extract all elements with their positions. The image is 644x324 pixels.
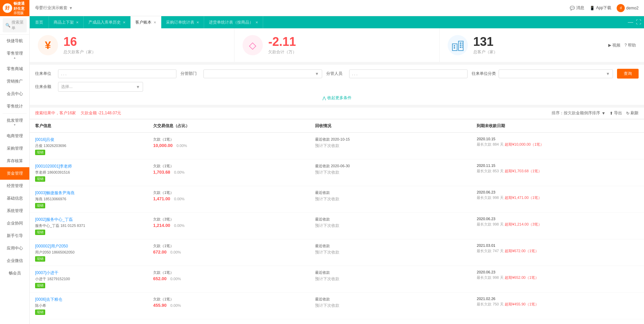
tab-goods-status-close[interactable]: ✕ — [76, 21, 79, 24]
sidebar-item-enterprise-wechat[interactable]: 企业微信 — [0, 255, 29, 267]
search-input[interactable]: 🔍 搜索菜单 — [3, 18, 27, 32]
debt-amount: 1,471.00 — [153, 196, 170, 201]
tab-product-history-label: 产成品入库单历史 — [88, 20, 121, 25]
tab-product-history[interactable]: 产成品入库单历史 ✕ — [84, 16, 131, 28]
help-btn[interactable]: ? 帮助 — [624, 42, 636, 48]
dept-select[interactable]: ▼ — [203, 69, 322, 78]
unit-category-select[interactable]: ▼ — [499, 69, 613, 78]
customer-tag: 现销 — [35, 203, 45, 208]
sidebar-item-members[interactable]: 会员中心 — [0, 88, 29, 100]
sidebar-item-quick-nav[interactable]: 快捷导航 — [0, 35, 29, 47]
debt-percent: 0.00% — [174, 197, 185, 201]
filter-balance: 往来余额 选择... ▼ — [35, 82, 143, 92]
tab-purchase-order[interactable]: 采购订单统计表 ✕ — [161, 16, 204, 28]
customer-name-link[interactable]: [000002]用户2050 — [35, 243, 153, 249]
customer-name-link[interactable]: [0007]小进干 — [35, 270, 153, 276]
sidebar-item-finance[interactable]: 资金管理 — [0, 167, 29, 180]
due-date-cell: 2020.11.15 最长欠款 853 天 超期¥1,703.68（1笔） — [477, 164, 639, 174]
overdue-amount-link[interactable]: 超期¥652.00（1笔） — [505, 275, 539, 279]
sidebar-item-new-guide[interactable]: 新手引导 — [0, 230, 29, 242]
customer-phone: 服务中心_丁磊 181 0125 8371 — [35, 223, 153, 228]
sidebar: 好 畅捷通好生意 示范版 🔍 搜索菜单 快捷导航 零售管理 ▲ 零售商城 营销推… — [0, 0, 30, 324]
overdue-amount-link[interactable]: 超期¥672.00（1笔） — [505, 249, 539, 253]
customer-name-link[interactable]: [0006]去下粮仓 — [35, 297, 153, 302]
overdue-days: 最长欠款 998 天 — [477, 275, 503, 279]
customer-name-link[interactable]: [0003]畅捷服务尹海燕 — [35, 190, 153, 196]
overdue-amount-link[interactable]: 超期¥10,000.00（1笔） — [505, 142, 544, 146]
tab-home[interactable]: 首页 — [30, 16, 49, 28]
manager-input[interactable]: ... — [349, 69, 468, 78]
sidebar-item-label: 营销推广 — [7, 79, 23, 84]
collapse-filter-btn[interactable]: ⋀ 收起更多条件 — [35, 95, 639, 101]
app-download-btn[interactable]: 📱 App下载 — [590, 5, 611, 11]
sidebar-item-inventory[interactable]: 库存核算 — [0, 155, 29, 167]
sidebar-search-area[interactable]: 🔍 搜索菜单 — [0, 16, 29, 35]
svg-rect-7 — [462, 42, 463, 44]
video-btn[interactable]: ▶ 视频 — [608, 42, 620, 48]
sidebar-item-ecommerce[interactable]: 电商管理 — [0, 130, 29, 142]
result-summary-prefix: 搜索结果中，客户16家 — [35, 111, 76, 115]
sidebar-item-operations[interactable]: 经营管理 — [0, 180, 29, 192]
stat-overdue-content: 16 总欠款客户（家） — [63, 36, 96, 55]
due-date: 2020.06.23 — [477, 217, 639, 221]
next-collection: 预计下次收款 — [315, 276, 477, 282]
sidebar-item-retail-mgmt[interactable]: 零售管理 ▲ — [0, 47, 29, 63]
tab-purchase-order-close[interactable]: ✕ — [196, 21, 199, 24]
table-row: [000002]用户2050 用户2050 18665062050 现销 欠款（… — [30, 239, 644, 266]
overdue-amount-link[interactable]: 超期¥455.90（1笔） — [505, 302, 539, 306]
sidebar-item-label: 畅会员 — [9, 271, 21, 275]
overdue-days: 最长欠款 853 天 — [477, 169, 503, 173]
source-unit-input[interactable]: ... — [58, 69, 176, 78]
debt-percent: 0.00% — [176, 144, 187, 148]
refresh-btn[interactable]: ↻ 刷新 — [626, 110, 639, 116]
sidebar-item-system[interactable]: 系统管理 — [0, 205, 29, 217]
overdue-amount-link[interactable]: 超期¥1,703.68（1笔） — [505, 169, 542, 173]
due-date: 2020.06.23 — [477, 270, 639, 274]
export-btn[interactable]: ⬆ 导出 — [610, 110, 622, 116]
last-collection: 最近收款 — [315, 190, 477, 195]
sidebar-item-wholesale-mgmt[interactable]: 批发管理 ▼ — [0, 114, 29, 130]
tab-purchase-stats[interactable]: 进货单统计表（按商品） ✕ — [204, 16, 263, 28]
svg-rect-6 — [460, 47, 461, 48]
result-summary: 搜索结果中，客户16家 欠款金额 -21,148.07元 — [35, 110, 121, 116]
tab-minimize-btn[interactable]: — — [628, 19, 633, 25]
table-row: [0002]服务中心_丁磊 服务中心_丁磊 181 0125 8371 现销 欠… — [30, 213, 644, 239]
debt-info-cell: 欠款（1笔） 652.00 0.00% — [153, 270, 315, 281]
debt-amount: 1,703.68 — [153, 170, 170, 175]
customer-name-link[interactable]: [0002]服务中心_丁磊 — [35, 217, 153, 223]
sidebar-item-marketing[interactable]: 营销推广 — [0, 75, 29, 88]
customer-name-link[interactable]: [0001020001]李老师 — [35, 164, 153, 169]
chevron-down-balance: ▼ — [136, 85, 140, 89]
balance-value: 选择... — [61, 84, 73, 90]
tab-customer-account-close[interactable]: ✕ — [153, 21, 156, 24]
sidebar-item-retail-mall[interactable]: 零售商城 — [0, 63, 29, 75]
tab-product-history-close[interactable]: ✕ — [123, 21, 125, 24]
user-avatar-btn[interactable]: d demo2 — [617, 4, 639, 12]
tab-goods-status[interactable]: 商品上下架 ✕ — [49, 16, 84, 28]
balance-select[interactable]: 选择... ▼ — [58, 82, 143, 92]
sidebar-item-label: 会员中心 — [7, 91, 23, 96]
tab-maximize-btn[interactable]: ⛶ — [636, 19, 641, 25]
header-customer-info: 客户信息 — [35, 123, 153, 129]
balance-label: 往来余额 — [35, 84, 55, 90]
debt-percent: 0.00% — [170, 250, 181, 254]
debt-count: 欠款（1笔） — [153, 164, 315, 169]
overdue-amount-link[interactable]: 超期¥1,471.00（1笔） — [505, 196, 542, 200]
stat-total-customers: 131 总客户（家） ▶ 视频 ? 帮助 — [440, 28, 644, 62]
message-btn[interactable]: 💬 消息 — [570, 5, 584, 11]
tab-customer-account[interactable]: 客户账本 ✕ — [131, 16, 161, 28]
sidebar-item-app-center[interactable]: 应用中心 — [0, 242, 29, 255]
sidebar-item-basic-info[interactable]: 基础信息 — [0, 192, 29, 205]
industry-label: 母婴行业演示账套 — [35, 5, 67, 11]
sidebar-item-label: 零售管理 — [7, 51, 23, 56]
sort-selector[interactable]: 排序：按欠款金额倒序排序 ▼ — [552, 110, 606, 116]
tab-goods-status-label: 商品上下架 — [54, 20, 74, 25]
sidebar-item-retail-stats[interactable]: 零售统计 — [0, 100, 29, 113]
sidebar-item-enterprise-collab[interactable]: 企业协同 — [0, 217, 29, 230]
tab-purchase-stats-close[interactable]: ✕ — [255, 21, 258, 24]
sidebar-item-vip-member[interactable]: 畅会员 — [0, 267, 29, 279]
overdue-amount-link[interactable]: 超期¥1,214.00（3笔） — [505, 222, 542, 226]
customer-name-link[interactable]: [0016]吕俊 — [35, 137, 153, 143]
query-button[interactable]: 查询 — [617, 69, 639, 79]
sidebar-item-purchase[interactable]: 采购管理 — [0, 142, 29, 155]
